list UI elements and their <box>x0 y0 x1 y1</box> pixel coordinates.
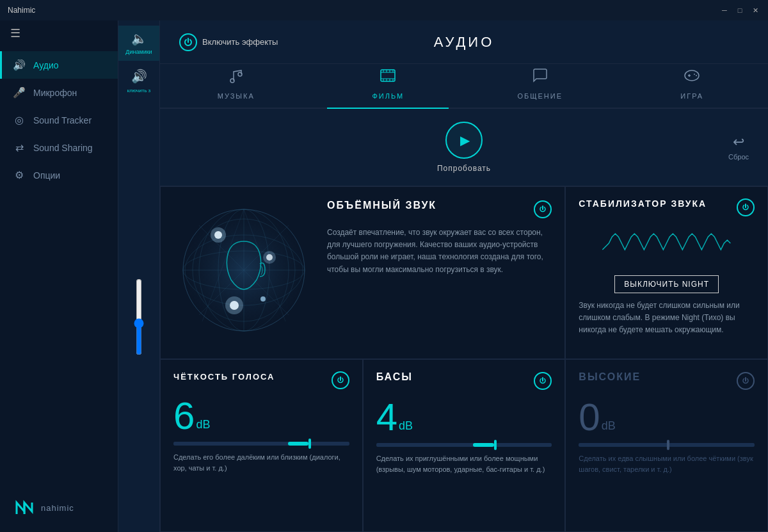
voice-slider-track <box>173 442 349 446</box>
surround-sound-cell: ОБЪЁМНЫЙ ЗВУК Создаёт впечатление, что з… <box>160 186 565 359</box>
surround-title: ОБЪЁМНЫЙ ЗВУК <box>327 200 436 211</box>
sidebar-label-sound-sharing: Sound Sharing <box>33 143 93 153</box>
device-speakers[interactable]: 🔈 Динамики <box>118 26 159 61</box>
game-tab-icon <box>683 67 701 88</box>
app-title: Nahimic <box>8 6 35 15</box>
surround-info: ОБЪЁМНЫЙ ЗВУК Создаёт впечатление, что з… <box>327 187 564 289</box>
titlebar: Nahimic ─ □ ✕ <box>0 0 768 20</box>
highs-power-toggle[interactable] <box>737 372 755 390</box>
enable-effects-button[interactable]: Включить эффекты <box>179 33 278 51</box>
stabilizer-power-toggle[interactable] <box>737 198 755 216</box>
music-tab-icon <box>227 67 245 88</box>
options-icon: ⚙ <box>13 169 26 181</box>
tab-communication[interactable]: ОБЩЕНИЕ <box>464 67 616 108</box>
voice-slider-highlight <box>288 442 309 446</box>
sidebar-item-microphone[interactable]: 🎤 Микрофон <box>0 79 118 106</box>
sound-tracker-icon: ◎ <box>13 114 26 126</box>
maximize-button[interactable]: □ <box>735 5 745 15</box>
speakers-label: Динамики <box>125 49 152 56</box>
tab-film[interactable]: ФИЛЬМ <box>312 67 465 108</box>
sidebar-item-options[interactable]: ⚙ Опции <box>0 161 118 189</box>
stabilizer-desc: Звук никогда не будет слишком сильным ил… <box>579 300 755 337</box>
try-section: ▶ Попробовать ↩ Сброс <box>160 109 768 186</box>
tab-music[interactable]: МУЗЫКА <box>160 67 312 108</box>
bass-title: БАСЫ <box>376 371 413 383</box>
sidebar-logo: nahimic <box>0 483 118 532</box>
surround-power-toggle[interactable] <box>534 200 552 218</box>
highs-title-row: ВЫСОКИЕ <box>579 371 755 391</box>
voice-db-unit: dB <box>196 419 210 430</box>
svg-point-16 <box>694 74 695 75</box>
svg-point-32 <box>211 227 226 243</box>
sphere-svg <box>173 200 314 341</box>
reset-label: Сброс <box>728 153 749 161</box>
sidebar-label-audio: Аудио <box>33 60 59 70</box>
power-svg <box>184 38 193 47</box>
bass-db-value: 4 dB <box>376 398 552 437</box>
highs-cell: ВЫСОКИЕ 0 dB Сделать их едв <box>565 359 768 532</box>
content-header: Включить эффекты АУДИО <box>160 20 768 64</box>
sidebar-header: ☰ <box>0 20 118 46</box>
play-icon: ▶ <box>460 133 470 148</box>
speakers-icon: 🔈 <box>131 31 147 46</box>
reset-button[interactable]: ↩ Сброс <box>728 134 749 161</box>
svg-point-37 <box>260 296 266 302</box>
sidebar-nav: 🔊 Аудио 🎤 Микрофон ◎ Sound Tracker ⇄ Sou… <box>0 46 118 483</box>
sidebar-item-sound-tracker[interactable]: ◎ Sound Tracker <box>0 106 118 134</box>
bass-cell: БАСЫ 4 dB Сделат <box>363 359 566 532</box>
sphere-container <box>161 187 327 353</box>
highs-slider-track <box>579 443 755 447</box>
highs-db-value: 0 dB <box>579 398 755 437</box>
device-toggle[interactable]: 🔊 ключить з <box>118 63 159 99</box>
tab-game[interactable]: ИГРА <box>616 67 769 108</box>
svg-point-17 <box>696 75 697 76</box>
voice-cell: ЧЁТКОСТЬ ГОЛОСА 6 dB <box>160 359 363 532</box>
stabilizer-title-row: СТАБИЛИЗАТОР ЗВУКА <box>579 198 755 216</box>
feature-grid: ОБЪЁМНЫЙ ЗВУК Создаёт впечатление, что з… <box>160 186 768 532</box>
film-tab-icon <box>379 67 397 88</box>
surround-desc: Создаёт впечатление, что звук окружает в… <box>327 227 552 276</box>
highs-slider-thumb[interactable] <box>667 440 669 450</box>
page-title: АУДИО <box>434 34 495 51</box>
night-button[interactable]: ВЫКЛЮЧИТЬ NIGHT <box>614 275 719 293</box>
stabilizer-title: СТАБИЛИЗАТОР ЗВУКА <box>579 198 707 209</box>
game-tab-label: ИГРА <box>680 92 703 100</box>
volume-slider[interactable] <box>134 278 144 355</box>
hamburger-button[interactable]: ☰ <box>10 26 20 40</box>
audio-icon: 🔊 <box>13 59 26 71</box>
voice-slider-thumb[interactable] <box>308 439 311 449</box>
sidebar-label-options: Опции <box>33 170 60 181</box>
power-icon <box>179 33 197 51</box>
voice-desc: Сделать его более далёким или близким (д… <box>173 452 349 473</box>
bass-slider-track <box>376 443 552 447</box>
sidebar-label-microphone: Микрофон <box>33 88 77 98</box>
window-controls: ─ □ ✕ <box>719 5 760 15</box>
sidebar: ☰ 🔊 Аудио 🎤 Микрофон ◎ Sound Tracker ⇄ S… <box>0 20 118 532</box>
try-button[interactable]: ▶ Попробовать <box>437 122 491 173</box>
logo-text: nahimic <box>41 503 74 513</box>
sound-toggle-icon: 🔊 <box>131 69 147 84</box>
sidebar-item-audio[interactable]: 🔊 Аудио <box>0 51 118 79</box>
surround-title-row: ОБЪЁМНЫЙ ЗВУК <box>327 200 552 219</box>
bass-db-unit: dB <box>399 420 413 431</box>
reset-icon: ↩ <box>733 134 744 150</box>
communication-tab-icon <box>531 67 549 88</box>
highs-db-unit: dB <box>602 420 616 431</box>
app-container: ☰ 🔊 Аудио 🎤 Микрофон ◎ Sound Tracker ⇄ S… <box>0 20 768 532</box>
highs-desc: Сделать их едва слышными или более чётки… <box>579 453 755 474</box>
bass-slider-highlight <box>473 443 494 447</box>
minimize-button[interactable]: ─ <box>719 5 730 15</box>
bass-power-toggle[interactable] <box>534 372 552 390</box>
close-button[interactable]: ✕ <box>750 5 760 15</box>
svg-point-36 <box>225 296 243 314</box>
voice-db-value: 6 dB <box>173 397 349 435</box>
nahimic-logo-icon <box>13 496 36 519</box>
content-area: Включить эффекты АУДИО МУЗЫКА <box>160 20 768 532</box>
bass-desc: Сделать их приглушёнными или более мощны… <box>376 453 552 474</box>
wave-visualization <box>579 230 755 269</box>
bass-slider-thumb[interactable] <box>494 440 497 450</box>
sound-toggle-label: ключить з <box>127 88 150 94</box>
voice-power-toggle[interactable] <box>332 371 349 389</box>
sound-sharing-icon: ⇄ <box>13 141 26 154</box>
sidebar-item-sound-sharing[interactable]: ⇄ Sound Sharing <box>0 134 118 161</box>
